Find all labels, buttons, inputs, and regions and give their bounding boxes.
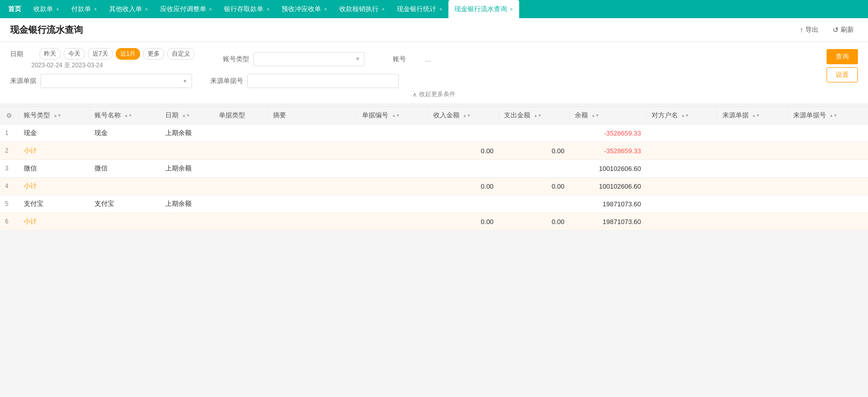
row-source-doc: [717, 178, 788, 195]
table-row: 5 支付宝 支付宝 上期余额 19871073.60: [0, 195, 868, 213]
row-account-type: 支付宝: [19, 195, 89, 213]
source-doc-arrow-icon: ▼: [182, 78, 188, 84]
col-source-doc-num[interactable]: 来源单据号 ▲▼: [788, 107, 868, 124]
row-number: 1: [0, 124, 19, 142]
source-doc-select[interactable]: ▼: [40, 74, 192, 88]
row-account-name: [89, 213, 160, 231]
col-counterparty[interactable]: 对方户名 ▲▼: [646, 107, 717, 124]
sort-source-doc-icon: ▲▼: [752, 113, 760, 118]
sort-account-type-icon: ▲▼: [54, 113, 62, 118]
row-doc-type: [214, 213, 268, 231]
row-account-type: 小计: [19, 213, 89, 231]
row-source-doc: [717, 213, 788, 231]
row-income: [428, 124, 498, 142]
row-source-doc: [717, 142, 788, 160]
nav-collect-close[interactable]: ×: [382, 7, 385, 12]
date-last7-btn[interactable]: 近7天: [88, 48, 113, 60]
account-label: 账号: [393, 55, 418, 64]
gear-icon[interactable]: ⚙: [5, 111, 13, 119]
date-today-btn[interactable]: 今天: [64, 48, 85, 60]
date-yesterday-btn[interactable]: 昨天: [39, 48, 61, 60]
nav-stat-close[interactable]: ×: [439, 7, 442, 12]
nav-ar-ap-close[interactable]: ×: [209, 7, 212, 12]
row-expense: 0.00: [498, 213, 569, 231]
row-account-type: 微信: [19, 160, 89, 178]
row-counterparty: [646, 213, 717, 231]
collapse-arrow-icon: ∧: [413, 91, 417, 98]
nav-cash-bank-flow[interactable]: 现金银行流水查询 ×: [448, 0, 519, 18]
refresh-button[interactable]: ↺ 刷新: [829, 23, 858, 36]
export-button[interactable]: ↑ 导出: [796, 23, 823, 36]
nav-cash-bank-stat[interactable]: 现金银行统计 ×: [391, 0, 448, 18]
row-doc-num: [357, 160, 428, 178]
nav-prepay-close[interactable]: ×: [324, 7, 327, 12]
row-summary: [268, 160, 357, 178]
row-account-name: 支付宝: [89, 195, 160, 213]
nav-receipts-close[interactable]: ×: [56, 7, 59, 12]
date-custom-btn[interactable]: 自定义: [167, 48, 195, 60]
nav-collect-exec[interactable]: 收款核销执行 ×: [333, 0, 391, 18]
table-row: 1 现金 现金 上期余额 -3528659.33: [0, 124, 868, 142]
col-date[interactable]: 日期 ▲▼: [160, 107, 214, 124]
source-doc-num-input[interactable]: [247, 74, 399, 88]
collapse-button[interactable]: ∧ 收起更多条件: [413, 90, 455, 99]
row-balance: 100102606.60: [570, 178, 646, 195]
col-balance[interactable]: 余额 ▲▼: [570, 107, 646, 124]
col-expense[interactable]: 支出金额 ▲▼: [498, 107, 569, 124]
sort-doc-num-icon: ▲▼: [392, 113, 400, 118]
query-button[interactable]: 查询: [827, 49, 858, 64]
sort-income-icon: ▲▼: [463, 113, 471, 118]
nav-receipts[interactable]: 收款单 ×: [27, 0, 65, 18]
row-doc-num: [357, 178, 428, 195]
row-balance: 19871073.60: [570, 195, 646, 213]
date-last1m-btn[interactable]: 近1月: [116, 48, 141, 60]
nav-bank-deposits-close[interactable]: ×: [266, 7, 269, 12]
row-income: 0.00: [428, 178, 498, 195]
nav-prepay-offset[interactable]: 预收冲应收单 ×: [276, 0, 333, 18]
nav-other-income[interactable]: 其他收入单 ×: [103, 0, 154, 18]
nav-payments-close[interactable]: ×: [94, 7, 97, 12]
row-summary: [268, 213, 357, 231]
col-doc-type: 单据类型: [214, 107, 268, 124]
col-account-name[interactable]: 账号名称 ▲▼: [89, 107, 160, 124]
row-source-doc: [717, 124, 788, 142]
col-summary: 摘要: [268, 107, 357, 124]
nav-flow-close[interactable]: ×: [510, 7, 513, 12]
row-account-name: 现金: [89, 124, 160, 142]
col-income[interactable]: 收入金额 ▲▼: [428, 107, 498, 124]
row-expense: [498, 124, 569, 142]
row-balance: 100102606.60: [570, 160, 646, 178]
top-navigation: 首页 收款单 × 付款单 × 其他收入单 × 应收应付调整单 × 银行存取款单 …: [0, 0, 868, 18]
col-doc-num[interactable]: 单据编号 ▲▼: [357, 107, 428, 124]
nav-home[interactable]: 首页: [2, 0, 27, 18]
sort-account-name-icon: ▲▼: [124, 113, 132, 118]
table-row: 2 小计 0.00 0.00 -3528659.33: [0, 142, 868, 160]
row-doc-type: [214, 160, 268, 178]
row-balance: -3528659.33: [570, 124, 646, 142]
row-number: 4: [0, 178, 19, 195]
row-account-type: 小计: [19, 142, 89, 160]
nav-bank-deposits[interactable]: 银行存取款单 ×: [218, 0, 276, 18]
row-number: 6: [0, 213, 19, 231]
settings-button[interactable]: 设置: [827, 67, 858, 82]
sort-counterparty-icon: ▲▼: [681, 113, 689, 118]
data-table: ⚙ 账号类型 ▲▼ 账号名称 ▲▼ 日期 ▲▼ 单据类型 摘: [0, 106, 868, 231]
nav-ar-ap-adjust[interactable]: 应收应付调整单 ×: [154, 0, 218, 18]
row-number: 5: [0, 195, 19, 213]
col-account-type[interactable]: 账号类型 ▲▼: [19, 107, 89, 124]
sort-expense-icon: ▲▼: [533, 113, 541, 118]
row-account-type: 现金: [19, 124, 89, 142]
row-source-doc: [717, 195, 788, 213]
account-type-select[interactable]: ▼: [253, 52, 364, 66]
row-expense: [498, 160, 569, 178]
row-income: [428, 160, 498, 178]
row-date: 上期余额: [160, 195, 214, 213]
col-source-doc[interactable]: 来源单据 ▲▼: [717, 107, 788, 124]
account-ellipsis-btn[interactable]: ...: [422, 55, 433, 64]
date-more-btn[interactable]: 更多: [143, 48, 164, 60]
nav-other-income-close[interactable]: ×: [145, 7, 148, 12]
date-shortcuts: 昨天 今天 近7天 近1月 更多 自定义: [39, 48, 195, 60]
source-doc-label: 来源单据: [10, 76, 36, 85]
nav-payments[interactable]: 付款单 ×: [65, 0, 103, 18]
table-row: 6 小计 0.00 0.00 19871073.60: [0, 213, 868, 231]
